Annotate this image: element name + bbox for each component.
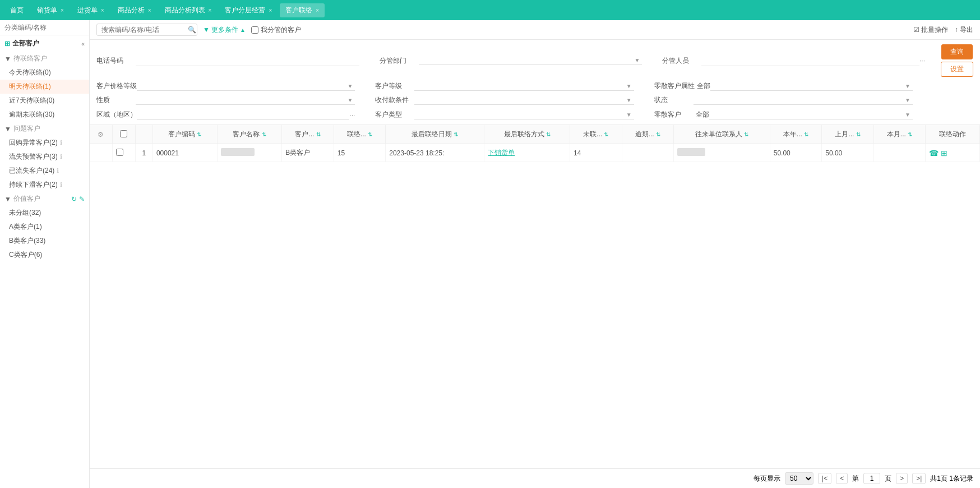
- prev-page-btn[interactable]: <: [836, 473, 848, 484]
- filter-person-input[interactable]: [701, 56, 919, 66]
- content-area: 🔍 ▼ 更多条件 ▲ 我分管的客户 ☑ 批量操作 ↑ 导出: [90, 20, 980, 488]
- col-overdue: 逾期... ⇅: [622, 125, 674, 144]
- nav-customer-tier-close[interactable]: ×: [269, 7, 272, 13]
- nav-customer-tier[interactable]: 客户分层经营 ×: [219, 3, 278, 17]
- filter-customer-type: 客户类型 ▼: [375, 110, 634, 119]
- last-page-btn[interactable]: >|: [912, 473, 926, 484]
- sidebar-item-already-lost[interactable]: 已流失客户(24) ℹ: [0, 164, 89, 178]
- region-ellipsis-btn[interactable]: ···: [349, 111, 355, 119]
- col-past-unit-contact-sort[interactable]: ⇅: [744, 131, 748, 137]
- next-page-btn[interactable]: >: [896, 473, 908, 484]
- sidebar-item-today[interactable]: 今天待联络(0): [0, 66, 89, 80]
- export-btn[interactable]: ↑ 导出: [955, 25, 973, 35]
- sidebar-item-lost[interactable]: 流失预警客户(3) ℹ: [0, 150, 89, 164]
- nav-purchase[interactable]: 进货单 ×: [72, 3, 110, 17]
- my-customers-checkbox-label[interactable]: 我分管的客户: [251, 25, 301, 35]
- row-select-checkbox[interactable]: [116, 149, 123, 156]
- first-page-btn[interactable]: |<: [818, 473, 831, 484]
- col-not-contacted: 未联... ⇅: [570, 125, 622, 144]
- sidebar-item-c-class[interactable]: C类客户(6): [0, 248, 89, 262]
- filter-phone-input[interactable]: [136, 56, 359, 66]
- nav-purchase-close[interactable]: ×: [101, 7, 104, 13]
- sidebar-group-problem: ▼ 问题客户: [0, 122, 89, 136]
- search-icon[interactable]: 🔍: [188, 26, 196, 34]
- col-code-sort[interactable]: ⇅: [197, 131, 201, 137]
- row-past-unit-contact-masked: [677, 148, 705, 156]
- last-contact-method-link[interactable]: 下销货单: [488, 149, 515, 156]
- select-all-checkbox[interactable]: [120, 130, 127, 137]
- sidebar-search-input[interactable]: [4, 24, 89, 31]
- per-page-select[interactable]: 50 10 20 100: [785, 472, 813, 485]
- col-seq: [135, 125, 152, 144]
- more-filter-btn[interactable]: ▼ 更多条件 ▲: [203, 25, 246, 35]
- row-seq: 1: [135, 144, 152, 162]
- filter-customer-level-select[interactable]: ▼: [414, 82, 634, 91]
- payment-dropdown-arrow: ▼: [626, 97, 632, 103]
- filter-region-input[interactable]: [137, 109, 349, 120]
- col-last-month: 上月... ⇅: [822, 125, 874, 144]
- col-contact-sort[interactable]: ⇅: [368, 131, 372, 137]
- nav-goods-analysis[interactable]: 商品分析 ×: [112, 3, 157, 17]
- sidebar-item-overdue[interactable]: 逾期未联络(30): [0, 108, 89, 122]
- col-last-contact-date-sort[interactable]: ⇅: [454, 131, 458, 137]
- row-this-year: 50.00: [770, 144, 822, 162]
- col-this-year: 本年... ⇅: [770, 125, 822, 144]
- sidebar-item-continue-down[interactable]: 持续下滑客户(2) ℹ: [0, 178, 89, 192]
- filter-dept-select[interactable]: ▼: [419, 56, 642, 65]
- page-num-input[interactable]: [863, 473, 880, 484]
- sidebar-item-tomorrow[interactable]: 明天待联络(1): [0, 80, 89, 94]
- settings-icon[interactable]: ⚙: [98, 131, 104, 139]
- batch-op-btn[interactable]: ☑ 批量操作: [913, 25, 948, 35]
- table-header-row: ⚙ 客户编码 ⇅ 客户名称 ⇅ 客户... ⇅: [90, 125, 980, 144]
- filter-price-level-select[interactable]: ▼: [137, 82, 355, 91]
- nav-goods-analysis-list[interactable]: 商品分析列表 ×: [159, 3, 218, 17]
- search-bar: 🔍 ▼ 更多条件 ▲ 我分管的客户 ☑ 批量操作 ↑ 导出: [90, 20, 980, 40]
- nav-sales[interactable]: 销货单 ×: [31, 3, 70, 17]
- sidebar-all-customers[interactable]: ⊞ 全部客户 «: [0, 35, 89, 52]
- set-button[interactable]: 设置: [941, 62, 973, 77]
- nav-home[interactable]: 首页: [4, 3, 29, 17]
- query-button[interactable]: 查询: [941, 44, 973, 59]
- row-overdue: [622, 144, 674, 162]
- search-input[interactable]: [101, 26, 186, 34]
- filter-customer-type-select[interactable]: ▼: [414, 111, 634, 119]
- sidebar-collapse-icon[interactable]: «: [81, 40, 85, 47]
- nav-customer-contact[interactable]: 客户联络 ×: [280, 3, 325, 17]
- col-last-contact-method-sort[interactable]: ⇅: [546, 131, 551, 137]
- value-refresh-icon[interactable]: ↻: [71, 195, 77, 203]
- col-contact-label: 联络...: [347, 130, 366, 138]
- person-ellipsis-btn[interactable]: ···: [919, 57, 925, 65]
- col-name-sort[interactable]: ⇅: [262, 131, 266, 137]
- filter-retail-customer-select[interactable]: ▼: [709, 111, 913, 119]
- col-customer-type-sort[interactable]: ⇅: [316, 131, 321, 137]
- row-contact-count: 15: [334, 144, 386, 162]
- sidebar-item-ungrouped[interactable]: 未分组(32): [0, 206, 89, 220]
- my-customers-checkbox[interactable]: [251, 26, 258, 34]
- main-layout: 🔍 ⊞ 全部客户 « ▼ 待联络客户 今天待联络(0) 明天待联络(1) 近7天…: [0, 20, 980, 488]
- value-edit-icon[interactable]: ✎: [79, 195, 85, 203]
- col-last-month-sort[interactable]: ⇅: [856, 131, 861, 137]
- col-code: 客户编码 ⇅: [152, 125, 217, 144]
- grid-action-icon[interactable]: ⊞: [941, 149, 947, 158]
- col-overdue-sort[interactable]: ⇅: [656, 131, 660, 137]
- nav-goods-analysis-close[interactable]: ×: [148, 7, 151, 13]
- filter-payment-select[interactable]: ▼: [414, 96, 634, 105]
- filter-row-1: 电话号码 分管部门 ▼ 分管人员 ···: [96, 44, 973, 77]
- phone-action-icon[interactable]: ☎: [929, 149, 939, 158]
- row-contact-action: ☎ ⊞: [926, 144, 980, 162]
- nav-customer-contact-close[interactable]: ×: [316, 7, 319, 13]
- filter-price-level: 客户价格等级 ▼: [96, 81, 355, 91]
- nav-goods-analysis-list-close[interactable]: ×: [209, 7, 212, 13]
- col-this-year-sort[interactable]: ⇅: [804, 131, 808, 137]
- customer-level-dropdown-arrow: ▼: [626, 83, 632, 89]
- sidebar-item-a-class[interactable]: A类客户(1): [0, 220, 89, 234]
- col-this-month-sort[interactable]: ⇅: [908, 131, 912, 137]
- sidebar-item-7days[interactable]: 近7天待联络(0): [0, 94, 89, 108]
- filter-nature-select[interactable]: ▼: [136, 96, 355, 105]
- nav-sales-close[interactable]: ×: [61, 7, 64, 13]
- filter-status-select[interactable]: ▼: [694, 96, 913, 105]
- sidebar-item-repurchase-abnormal[interactable]: 回购异常客户(2) ℹ: [0, 136, 89, 150]
- col-not-contacted-sort[interactable]: ⇅: [604, 131, 608, 137]
- filter-retail-attr-select[interactable]: ▼: [710, 82, 913, 91]
- sidebar-item-b-class[interactable]: B类客户(33): [0, 234, 89, 248]
